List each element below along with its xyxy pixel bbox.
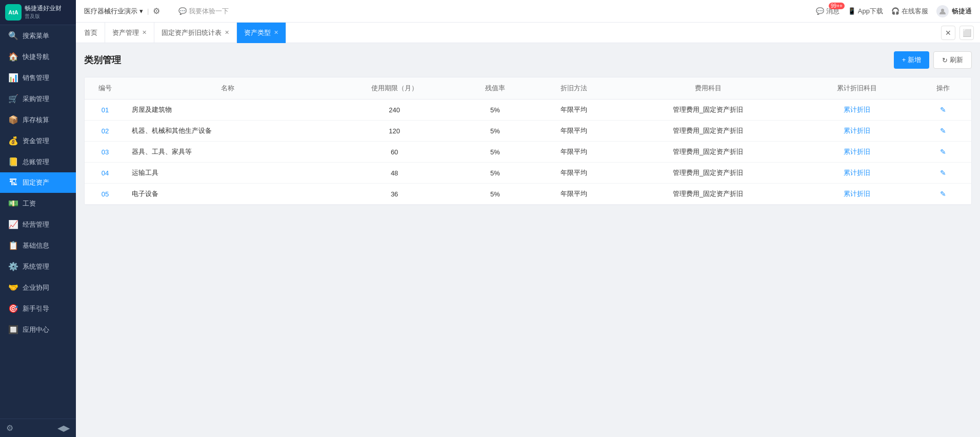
cell-name: 电子设备 [126, 184, 329, 205]
company-name: 医疗器械行业演示 [84, 7, 137, 16]
sidebar-item-search[interactable]: 🔍 搜索菜单 [0, 25, 76, 46]
sidebar-item-inventory[interactable]: 📦 库存核算 [0, 109, 76, 130]
sidebar-item-sales[interactable]: 📊 销售管理 [0, 67, 76, 88]
cell-action[interactable]: ✎ [915, 121, 971, 142]
sales-icon: 📊 [8, 73, 18, 83]
collapse-icon[interactable]: ◀▶ [57, 423, 70, 433]
tab-close-asset-type[interactable]: ✕ [274, 29, 278, 36]
cell-method: 年限平均 [531, 100, 617, 121]
purchase-icon: 🛒 [8, 94, 18, 104]
salary-icon: 💵 [8, 198, 18, 208]
sidebar-item-collab[interactable]: 🤝 企业协同 [0, 277, 76, 298]
message-button[interactable]: 💬 消息 99+ [816, 7, 839, 16]
cell-residual: 5% [459, 184, 531, 205]
sidebar-item-fixed-assets[interactable]: 🏗 固定资产 [0, 172, 76, 193]
cell-expense: 管理费用_固定资产折旧 [617, 100, 799, 121]
settings-footer-icon[interactable]: ⚙ [6, 423, 13, 433]
cell-cumulative: 累计折旧 [799, 142, 915, 163]
col-name: 名称 [126, 77, 329, 100]
ledger-icon: 📒 [8, 157, 18, 167]
sidebar-item-management[interactable]: 📈 经营管理 [0, 214, 76, 235]
sidebar-item-basic-info[interactable]: 📋 基础信息 [0, 235, 76, 256]
cell-id: 04 [85, 163, 126, 184]
cell-period: 240 [329, 100, 459, 121]
cell-id: 03 [85, 142, 126, 163]
edit-icon[interactable]: ✎ [940, 106, 946, 114]
tab-asset-management[interactable]: 资产管理 ✕ [105, 23, 154, 43]
page-header: 类别管理 + 新增 ↻ 刷新 [84, 51, 972, 69]
cell-id: 05 [85, 184, 126, 205]
sidebar-item-guide[interactable]: 🎯 新手引导 [0, 298, 76, 319]
cell-method: 年限平均 [531, 142, 617, 163]
company-selector[interactable]: 医疗器械行业演示 ▾ [84, 7, 143, 16]
app-center-icon: 🔲 [8, 325, 18, 334]
username: 畅捷通 [952, 7, 972, 16]
close-tab-btn[interactable]: ✕ [941, 26, 955, 40]
cell-id: 01 [85, 100, 126, 121]
app-download-button[interactable]: 📱 App下载 [848, 7, 883, 16]
message-badge: 99+ [829, 3, 845, 9]
col-expense: 费用科目 [617, 77, 799, 100]
cell-action[interactable]: ✎ [915, 163, 971, 184]
sidebar-item-system[interactable]: ⚙️ 系统管理 [0, 256, 76, 277]
cell-cumulative: 累计折旧 [799, 184, 915, 205]
sidebar-item-purchase[interactable]: 🛒 采购管理 [0, 88, 76, 109]
tab-depreciation-table[interactable]: 固定资产折旧统计表 ✕ [154, 23, 237, 43]
sidebar-item-ledger[interactable]: 📒 总账管理 [0, 151, 76, 172]
topbar: 医疗器械行业演示 ▾ | ⚙ 💬 我要体验一下 💬 消息 99+ 📱 App下载 [76, 0, 980, 23]
table-row: 05 电子设备 36 5% 年限平均 管理费用_固定资产折旧 累计折旧 ✎ [85, 184, 971, 205]
edit-icon[interactable]: ✎ [940, 127, 946, 135]
cell-action[interactable]: ✎ [915, 184, 971, 205]
maximize-btn[interactable]: ⬜ [959, 26, 974, 40]
main-content: 医疗器械行业演示 ▾ | ⚙ 💬 我要体验一下 💬 消息 99+ 📱 App下载 [76, 0, 980, 437]
user-menu[interactable]: 畅捷通 [936, 5, 972, 17]
management-icon: 📈 [8, 220, 18, 229]
refresh-button[interactable]: ↻ 刷新 [933, 51, 972, 69]
cell-period: 120 [329, 121, 459, 142]
cell-method: 年限平均 [531, 163, 617, 184]
sidebar-item-fund[interactable]: 💰 资金管理 [0, 130, 76, 151]
table-row: 04 运输工具 48 5% 年限平均 管理费用_固定资产折旧 累计折旧 ✎ [85, 163, 971, 184]
sidebar-item-salary[interactable]: 💵 工资 [0, 193, 76, 214]
sidebar-item-nav[interactable]: 🏠 快捷导航 [0, 46, 76, 67]
tab-close-asset-management[interactable]: ✕ [142, 29, 147, 36]
cell-expense: 管理费用_固定资产折旧 [617, 142, 799, 163]
edit-icon[interactable]: ✎ [940, 148, 946, 156]
tab-close-depreciation-table[interactable]: ✕ [225, 29, 229, 36]
service-icon: 🎧 [891, 7, 899, 15]
sidebar-item-app-center[interactable]: 🔲 应用中心 [0, 319, 76, 340]
refresh-icon: ↻ [942, 56, 948, 64]
new-button[interactable]: + 新增 [894, 51, 929, 69]
cell-name: 器具、工具、家具等 [126, 142, 329, 163]
cell-name: 机器、机械和其他生产设备 [126, 121, 329, 142]
basic-info-icon: 📋 [8, 241, 18, 250]
online-service-button[interactable]: 🎧 在线客服 [891, 7, 928, 16]
col-residual: 残值率 [459, 77, 531, 100]
dropdown-arrow-icon: ▾ [139, 7, 143, 15]
cell-residual: 5% [459, 121, 531, 142]
edit-icon[interactable]: ✎ [940, 190, 946, 198]
cell-cumulative: 累计折旧 [799, 163, 915, 184]
cell-expense: 管理费用_固定资产折旧 [617, 184, 799, 205]
cell-period: 36 [329, 184, 459, 205]
sidebar: AtA 畅捷通好业财 普及版 🔍 搜索菜单 🏠 快捷导航 📊 销售管理 🛒 采购… [0, 0, 76, 437]
edit-icon[interactable]: ✎ [940, 169, 946, 177]
page-content: 类别管理 + 新增 ↻ 刷新 编号 名称 使用期限（月） 残值率 折旧方法 [76, 43, 980, 437]
message-icon: 💬 [816, 7, 824, 15]
table-row: 03 器具、工具、家具等 60 5% 年限平均 管理费用_固定资产折旧 累计折旧… [85, 142, 971, 163]
cell-action[interactable]: ✎ [915, 100, 971, 121]
tab-home[interactable]: 首页 [82, 23, 105, 43]
header-actions: + 新增 ↻ 刷新 [894, 51, 972, 69]
cell-expense: 管理费用_固定资产折旧 [617, 121, 799, 142]
col-cumulative: 累计折旧科目 [799, 77, 915, 100]
cell-name: 运输工具 [126, 163, 329, 184]
tab-asset-type[interactable]: 资产类型 ✕ [237, 23, 286, 43]
cell-residual: 5% [459, 142, 531, 163]
settings-icon[interactable]: ⚙ [153, 6, 160, 16]
table-header-row: 编号 名称 使用期限（月） 残值率 折旧方法 费用科目 累计折旧科目 操作 [85, 77, 971, 100]
cell-method: 年限平均 [531, 121, 617, 142]
app-edition: 普及版 [25, 13, 62, 20]
topbar-right: 💬 消息 99+ 📱 App下载 🎧 在线客服 畅捷通 [816, 5, 972, 17]
hint-button[interactable]: 💬 我要体验一下 [178, 7, 229, 16]
cell-action[interactable]: ✎ [915, 142, 971, 163]
